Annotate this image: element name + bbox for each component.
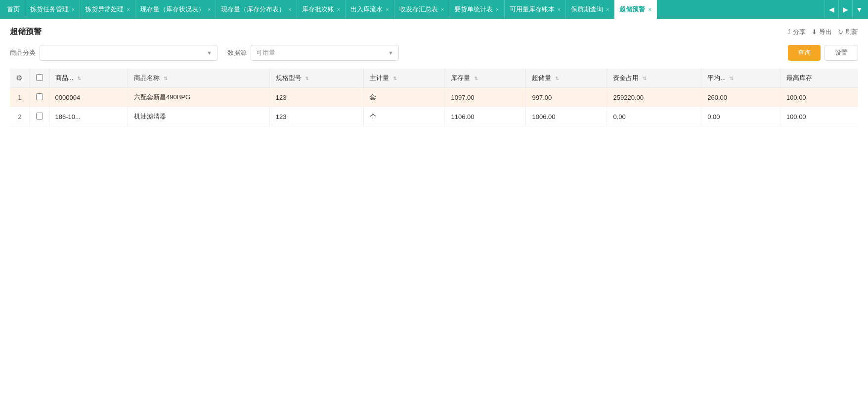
nav-arrows: ◀ ▶ ▼ [825, 0, 866, 19]
th-stock[interactable]: 库存量 ⇅ [445, 69, 526, 88]
nav-tab-stock-dist[interactable]: 现存量（库存分布表） × [216, 0, 297, 19]
th-avg[interactable]: 平均... ⇅ [701, 69, 781, 88]
th-code[interactable]: 商品... ⇅ [49, 69, 128, 88]
close-tab-stock-dist[interactable]: × [288, 6, 291, 12]
row-check-2[interactable] [30, 107, 49, 126]
row-avg-2: 0.00 [701, 107, 781, 126]
datasource-label: 数据源 [227, 48, 247, 57]
row-capital-1: 259220.00 [607, 88, 701, 107]
close-tab-stock-status[interactable]: × [208, 6, 211, 12]
nav-tab-collect-send[interactable]: 收发存汇总表 × [394, 0, 449, 19]
table-header-row: ⚙ 商品... ⇅ 商品名称 ⇅ 规格型号 ⇅ 主计量 [10, 69, 858, 88]
nav-tab-task-mgmt[interactable]: 拣货任务管理 × [25, 0, 80, 19]
row-avg-1: 260.00 [701, 88, 781, 107]
close-tab-available[interactable]: × [558, 6, 561, 12]
filter-actions: 查询 设置 [788, 45, 858, 61]
row-max-stock-1: 100.00 [780, 88, 858, 107]
nav-tab-stock-status[interactable]: 现存量（库存状况表） × [135, 0, 216, 19]
data-table: ⚙ 商品... ⇅ 商品名称 ⇅ 规格型号 ⇅ 主计量 [10, 69, 858, 126]
close-tab-order-stat[interactable]: × [496, 6, 499, 12]
sort-icon-stock: ⇅ [474, 76, 478, 81]
export-button[interactable]: ⬇ 导出 [812, 28, 832, 37]
th-gear: ⚙ [10, 69, 30, 88]
nav-tab-batch[interactable]: 库存批次账 × [297, 0, 346, 19]
sort-icon-overstock: ⇅ [555, 76, 559, 81]
refresh-button[interactable]: ↻ 刷新 [838, 28, 858, 37]
export-icon: ⬇ [812, 28, 817, 36]
row-name-2: 机油滤清器 [128, 107, 270, 126]
row-max-stock-2: 100.00 [780, 107, 858, 126]
row-overstock-1: 997.00 [526, 88, 607, 107]
sort-icon-capital: ⇅ [643, 76, 647, 81]
datasource-filter: 数据源 可用量 ▼ [227, 45, 399, 61]
category-select[interactable]: ▼ [40, 45, 217, 61]
row-stock-2: 1106.00 [445, 107, 526, 126]
th-unit[interactable]: 主计量 ⇅ [364, 69, 445, 88]
close-tab-collect-send[interactable]: × [441, 6, 444, 12]
category-label: 商品分类 [10, 48, 36, 57]
sort-icon-code: ⇅ [77, 76, 81, 81]
th-max-stock[interactable]: 最高库存 [780, 69, 858, 88]
header-actions: ⤴ 分享 ⬇ 导出 ↻ 刷新 [787, 28, 858, 37]
page-header: 超储预警 ⤴ 分享 ⬇ 导出 ↻ 刷新 [10, 27, 858, 37]
datasource-value: 可用量 [256, 48, 275, 57]
row-checkbox-1[interactable] [36, 93, 43, 100]
datasource-select[interactable]: 可用量 ▼ [251, 45, 399, 61]
chevron-down-icon: ▼ [207, 50, 212, 56]
sort-icon-name: ⇅ [164, 76, 168, 81]
th-overstock[interactable]: 超储量 ⇅ [526, 69, 607, 88]
refresh-icon: ↻ [838, 28, 843, 36]
row-spec-2: 123 [269, 107, 364, 126]
row-code-1: 0000004 [49, 88, 128, 107]
nav-prev-button[interactable]: ◀ [825, 0, 838, 19]
settings-icon[interactable]: ⚙ [16, 74, 22, 82]
nav-tab-home[interactable]: 首页 [2, 0, 25, 19]
row-unit-2: 个 [364, 107, 445, 126]
select-all-checkbox[interactable] [36, 74, 43, 81]
category-filter: 商品分类 ▼ [10, 45, 217, 61]
row-name-1: 六配套新昌490BPG [128, 88, 270, 107]
nav-tab-available[interactable]: 可用量库存账本 × [505, 0, 566, 19]
sort-icon-unit: ⇅ [393, 76, 397, 81]
chevron-down-icon-2: ▼ [388, 50, 393, 56]
row-spec-1: 123 [269, 88, 364, 107]
th-check [30, 69, 49, 88]
share-icon: ⤴ [787, 28, 791, 36]
row-check-1[interactable] [30, 88, 49, 107]
share-button[interactable]: ⤴ 分享 [787, 28, 806, 37]
query-button[interactable]: 查询 [788, 45, 821, 61]
th-spec[interactable]: 规格型号 ⇅ [269, 69, 364, 88]
sort-icon-avg: ⇅ [730, 76, 734, 81]
table-row: 1 0000004 六配套新昌490BPG 123 套 1097.00 997.… [10, 88, 858, 107]
nav-tab-inout-flow[interactable]: 出入库流水 × [346, 0, 394, 19]
row-overstock-2: 1006.00 [526, 107, 607, 126]
nav-menu-button[interactable]: ▼ [852, 0, 866, 19]
close-tab-task-mgmt[interactable]: × [72, 6, 75, 12]
nav-tab-abnormal[interactable]: 拣货异常处理 × [80, 0, 135, 19]
nav-tab-overstock[interactable]: 超储预警 × [614, 0, 656, 19]
filter-row: 商品分类 ▼ 数据源 可用量 ▼ 查询 设置 [10, 45, 858, 61]
nav-tab-order-stat[interactable]: 要货单统计表 × [449, 0, 504, 19]
close-tab-quality[interactable]: × [606, 6, 609, 12]
page-title: 超储预警 [10, 27, 42, 37]
row-checkbox-2[interactable] [36, 113, 43, 119]
close-tab-abnormal[interactable]: × [127, 6, 130, 12]
nav-next-button[interactable]: ▶ [838, 0, 852, 19]
row-unit-1: 套 [364, 88, 445, 107]
page-content: 超储预警 ⤴ 分享 ⬇ 导出 ↻ 刷新 商品分类 ▼ 数据源 [0, 19, 868, 395]
sort-icon-spec: ⇅ [305, 76, 309, 81]
close-tab-inout-flow[interactable]: × [386, 6, 389, 12]
th-capital[interactable]: 资金占用 ⇅ [607, 69, 701, 88]
row-stock-1: 1097.00 [445, 88, 526, 107]
top-nav: 首页 拣货任务管理 × 拣货异常处理 × 现存量（库存状况表） × 现存量（库存… [0, 0, 868, 19]
close-tab-overstock[interactable]: × [648, 6, 651, 12]
close-tab-batch[interactable]: × [337, 6, 340, 12]
row-code-2: 186-10... [49, 107, 128, 126]
row-num-2: 2 [10, 107, 30, 126]
row-capital-2: 0.00 [607, 107, 701, 126]
settings-button[interactable]: 设置 [825, 45, 858, 61]
nav-tab-quality[interactable]: 保质期查询 × [566, 0, 614, 19]
th-name[interactable]: 商品名称 ⇅ [128, 69, 270, 88]
table-row: 2 186-10... 机油滤清器 123 个 1106.00 1006.00 … [10, 107, 858, 126]
row-num-1: 1 [10, 88, 30, 107]
